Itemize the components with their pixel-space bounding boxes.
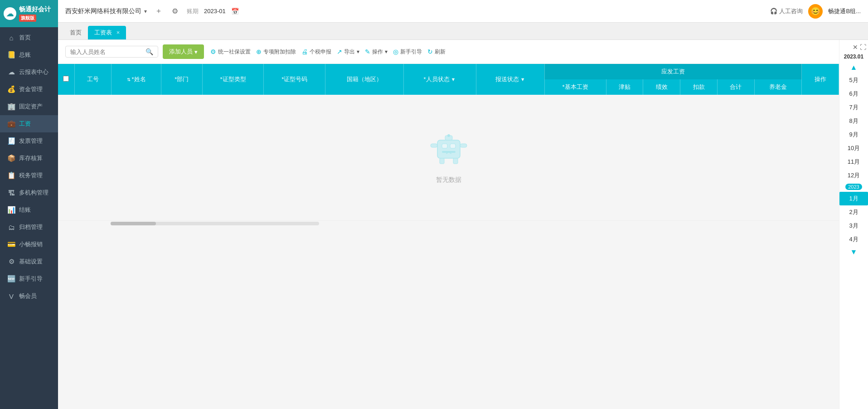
sidebar-nav: ⌂ 首页 📒 总账 ☁ 云报表中心 💰 资金管理 🏢 固定资产 💼 工资 🧾 发… (0, 27, 58, 409)
month-9[interactable]: 9月 (839, 128, 868, 141)
toolbar-right: ⚙ 统一社保设置 ⊕ 专项附加扣除 🖨 个税申报 ↗ 导出 ▾ (210, 48, 446, 56)
svg-rect-3 (442, 151, 456, 153)
sidebar-item-multi-org[interactable]: 🏗 多机构管理 (0, 184, 58, 201)
sidebar-item-cloud-report[interactable]: ☁ 云报表中心 (0, 63, 58, 81)
sidebar-item-guide[interactable]: 🆕 新手引导 (0, 270, 58, 287)
filter-icon-report: ▼ (520, 77, 525, 82)
tax-report-action[interactable]: 🖨 个税申报 (301, 48, 331, 56)
nav-icon-inventory: 📦 (7, 154, 15, 162)
social-insurance-action[interactable]: ⚙ 统一社保设置 (210, 48, 251, 56)
deduction-label: 专项附加扣除 (263, 48, 296, 56)
search-input[interactable] (70, 49, 143, 55)
tab-salary-close[interactable]: × (116, 29, 120, 36)
empty-icon (426, 131, 471, 169)
th-pension: 养老金 (754, 79, 801, 95)
scroll-up-button[interactable]: ▲ (839, 62, 868, 73)
sidebar: ☁ 畅通好会计 旗舰版 ⌂ 首页 📒 总账 ☁ 云报表中心 💰 资金管理 🏢 固… (0, 0, 58, 409)
sidebar-item-close[interactable]: 📊 结账 (0, 201, 58, 219)
social-insurance-label: 统一社保设置 (218, 48, 251, 56)
export-label: 导出 (344, 48, 355, 56)
sidebar-item-archive[interactable]: 🗂 归档管理 (0, 219, 58, 236)
sidebar-item-expense[interactable]: 💳 小畅报销 (0, 236, 58, 253)
nav-icon-invoice: 🧾 (7, 137, 15, 145)
th-no: 工号 (74, 64, 112, 95)
logo-title: 畅通好会计 (19, 5, 51, 14)
salary-table: 工号 ⇅ *姓名 *部门 *证型类型 *证型号码 国籍（地区） (58, 64, 839, 95)
nav-icon-expense: 💳 (7, 240, 15, 248)
company-selector[interactable]: 西安虾米网络科技有限公司 ▾ (65, 7, 147, 15)
tab-salary-label: 工资表 (94, 29, 112, 36)
nav-label-invoice: 发票管理 (19, 137, 43, 145)
logo-text-block: 畅通好会计 旗舰版 (19, 5, 51, 22)
app-logo: ☁ 畅通好会计 旗舰版 (0, 0, 58, 27)
sidebar-item-ledger[interactable]: 📒 总账 (0, 46, 58, 63)
month-10[interactable]: 10月 (839, 141, 868, 155)
month-11[interactable]: 11月 (839, 155, 868, 169)
svg-rect-2 (450, 144, 456, 148)
nav-label-guide: 新手引导 (19, 275, 43, 283)
support-button[interactable]: 🎧 人工咨询 (770, 7, 803, 15)
logo-tag: 旗舰版 (19, 15, 36, 22)
nav-icon-salary: 💼 (7, 120, 15, 128)
add-person-chevron: ▾ (194, 49, 198, 55)
sidebar-item-settings[interactable]: ⚙ 基础设置 (0, 253, 58, 270)
th-total: 合计 (717, 79, 754, 95)
sort-icon: ⇅ (127, 77, 131, 82)
nav-label-fixed-assets: 固定资产 (19, 102, 43, 111)
sidebar-item-fixed-assets[interactable]: 🏢 固定资产 (0, 98, 58, 115)
settings-icon[interactable]: ⚙ (169, 5, 181, 18)
panel-close-icon[interactable]: ✕ (853, 44, 858, 51)
refresh-action[interactable]: ↻ 刷新 (427, 48, 446, 56)
month-12[interactable]: 12月 (839, 169, 868, 182)
tab-home[interactable]: 首页 (63, 26, 88, 39)
nav-label-inventory: 库存核算 (19, 154, 43, 162)
nav-label-close: 结账 (19, 206, 31, 214)
sidebar-item-member[interactable]: V 畅会员 (0, 287, 58, 305)
operations-action[interactable]: ✎ 操作 ▾ (365, 48, 388, 56)
nav-icon-cloud-report: ☁ (7, 68, 15, 76)
tab-salary[interactable]: 工资表 × (88, 26, 126, 39)
select-all-checkbox[interactable] (63, 76, 69, 82)
year-badge: 2023 (845, 184, 862, 190)
month-8[interactable]: 8月 (839, 114, 868, 128)
month-2[interactable]: 2月 (839, 205, 868, 219)
panel-expand-icon[interactable]: ⛶ (860, 44, 866, 51)
nav-icon-member: V (7, 292, 15, 300)
sidebar-item-salary[interactable]: 💼 工资 (0, 115, 58, 132)
nav-label-tax: 税务管理 (19, 171, 43, 180)
svg-rect-7 (460, 144, 467, 147)
new-guide-action[interactable]: ◎ 新手引导 (393, 48, 422, 56)
toolbar: 🔍 添加人员 ▾ ⚙ 统一社保设置 ⊕ 专项附加扣除 � (58, 40, 839, 64)
deduction-action[interactable]: ⊕ 专项附加扣除 (256, 48, 296, 56)
th-cert-type: *证型类型 (202, 64, 264, 95)
operations-icon: ✎ (365, 48, 370, 55)
add-person-button[interactable]: 添加人员 ▾ (163, 44, 204, 59)
svg-rect-0 (437, 140, 460, 158)
sidebar-item-invoice[interactable]: 🧾 发票管理 (0, 132, 58, 150)
sidebar-item-fund[interactable]: 💰 资金管理 (0, 81, 58, 98)
th-salary-group: 应发工资 (544, 64, 801, 79)
export-chevron: ▾ (357, 49, 359, 55)
sidebar-item-inventory[interactable]: 📦 库存核算 (0, 150, 58, 167)
period-value: 2023-01 (204, 8, 226, 15)
svg-point-5 (447, 134, 450, 137)
sidebar-item-home[interactable]: ⌂ 首页 (0, 29, 58, 46)
month-1[interactable]: 1月 (839, 192, 868, 205)
month-6[interactable]: 6月 (839, 87, 868, 101)
month-4[interactable]: 4月 (839, 233, 868, 246)
month-3[interactable]: 3月 (839, 219, 868, 233)
guide-icon: ◎ (393, 48, 398, 55)
calendar-icon[interactable]: 📅 (231, 8, 239, 15)
add-company-icon[interactable]: ＋ (152, 5, 165, 18)
month-7[interactable]: 7月 (839, 101, 868, 114)
th-allowance: 津贴 (606, 79, 643, 95)
scroll-down-button[interactable]: ▼ (839, 246, 868, 258)
company-dropdown-icon: ▾ (144, 8, 147, 15)
search-wrap: 🔍 (65, 46, 158, 58)
th-name: ⇅ *姓名 (112, 64, 161, 95)
export-action[interactable]: ↗ 导出 ▾ (337, 48, 359, 56)
nav-label-cloud-report: 云报表中心 (19, 68, 48, 76)
nav-label-multi-org: 多机构管理 (19, 189, 48, 197)
month-5[interactable]: 5月 (839, 73, 868, 87)
sidebar-item-tax[interactable]: 📋 税务管理 (0, 167, 58, 184)
